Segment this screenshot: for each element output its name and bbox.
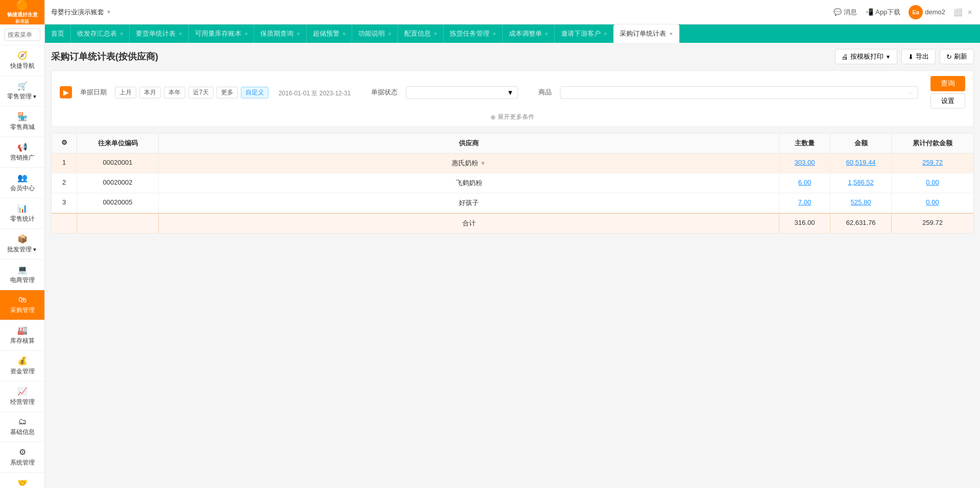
tab-warranty[interactable]: 保质期查询 × — [254, 24, 306, 43]
table-row[interactable]: 2 00020002 飞鹤奶粉 6.00 1,586.52 0.00 — [52, 173, 973, 193]
topbar: 母婴行业演示账套 ▼ 💬 消息 📲 App下载 Ea demo2 ⬜ × — [45, 0, 980, 24]
sidebar-item-purchase[interactable]: 🛍 采购管理 — [0, 290, 44, 320]
filter-collapse-btn[interactable]: ▶ — [60, 86, 72, 98]
sidebar-item-retail-shop[interactable]: 🏪 零售商城 — [0, 107, 44, 137]
export-button[interactable]: ⬇ 导出 — [901, 49, 936, 64]
sidebar-item-retail[interactable]: 🛒 零售管理 ▼ — [0, 76, 44, 107]
tab-order-stats[interactable]: 要货单统计表 × — [130, 24, 188, 43]
td-amount-2[interactable]: 1,586.52 — [830, 173, 892, 193]
date-this-year-btn[interactable]: 本年 — [164, 87, 185, 98]
message-icon: 💬 — [834, 8, 842, 16]
td-amount-3[interactable]: 525.80 — [830, 193, 892, 213]
basic-icon: 🗂 — [18, 417, 27, 426]
td-amount-1[interactable]: 60,519.44 — [830, 153, 892, 173]
tab-cost-adjust[interactable]: 成本调整单 × — [503, 24, 555, 43]
tab-receive-send-close[interactable]: × — [120, 31, 123, 37]
tab-invite-downstream-close[interactable]: × — [604, 31, 607, 37]
td-quantity-1[interactable]: 303.00 — [779, 153, 830, 173]
sidebar-item-ecom[interactable]: 💻 电商管理 — [0, 260, 44, 290]
status-select[interactable]: ▼ — [406, 86, 518, 99]
query-settings-group: 查询 设置 — [930, 76, 965, 109]
filter-row-1: ▶ 单据日期 上月 本月 本年 近7天 更多 自定义 2016-01-01 至 … — [60, 76, 965, 109]
sidebar-item-member[interactable]: 👥 会员中心 — [0, 168, 44, 198]
tab-available-stock[interactable]: 可用量库存账本 × — [189, 24, 254, 43]
tab-purchase-stats-close[interactable]: × — [669, 31, 672, 37]
tab-purchase-stats[interactable]: 采购订单统计表 × — [614, 24, 679, 43]
tab-order-stats-close[interactable]: × — [179, 31, 182, 37]
sidebar-item-inventory[interactable]: 🏭 库存核算 — [0, 320, 44, 351]
tab-config-info[interactable]: 配置信息 × — [398, 24, 444, 43]
messages-button[interactable]: 💬 消息 — [834, 8, 857, 17]
date-custom-badge[interactable]: 自定义 — [241, 87, 268, 98]
purchase-icon: 🛍 — [18, 295, 27, 304]
td-paid-2[interactable]: 0.00 — [892, 173, 973, 193]
print-dropdown-icon: ▼ — [886, 54, 891, 60]
refresh-button[interactable]: ↻ 刷新 — [940, 49, 974, 64]
chevron-down-icon: ▼ — [32, 94, 37, 99]
table-row[interactable]: 1 00020001 惠氏奶粉 ▼ 303.00 60,519.44 259.7… — [52, 153, 973, 173]
app-download-button[interactable]: 📲 App下载 — [865, 8, 900, 17]
td-code-2: 00020002 — [77, 173, 159, 193]
expand-conditions-button[interactable]: ⊕ 展开更多条件 — [491, 113, 534, 121]
tab-func-desc[interactable]: 功能说明 × — [352, 24, 398, 43]
td-num-1: 1 — [52, 153, 77, 173]
search-input[interactable] — [4, 29, 40, 41]
sidebar-item-quick-nav[interactable]: 🧭 快捷导航 — [0, 45, 44, 76]
sidebar-retail-label: 零售管理 ▼ — [7, 92, 37, 101]
user-avatar-button[interactable]: Ea demo2 — [909, 5, 945, 19]
tab-invite-downstream[interactable]: 邀请下游客户 × — [555, 24, 614, 43]
sidebar-ops-label: 经营管理 — [10, 398, 35, 406]
refresh-label: 刷新 — [954, 52, 967, 61]
tab-available-stock-close[interactable]: × — [244, 31, 248, 37]
goods-input[interactable]: ··· — [560, 86, 918, 99]
tab-overstock-close[interactable]: × — [342, 31, 346, 37]
sidebar-item-corp[interactable]: 🤝 企业协同 — [0, 473, 44, 488]
export-label: 导出 — [916, 52, 929, 61]
tab-home[interactable]: 首页 — [45, 24, 71, 43]
workspace-selector[interactable]: 母婴行业演示账套 ▼ — [51, 8, 111, 17]
tab-pick-task[interactable]: 拣货任务管理 × — [444, 24, 502, 43]
sidebar-item-marketing[interactable]: 📢 营销推广 — [0, 137, 44, 168]
tab-pick-task-close[interactable]: × — [493, 31, 496, 37]
tab-overstock[interactable]: 超储预警 × — [307, 24, 352, 43]
sidebar-item-ops[interactable]: 📈 经营管理 — [0, 381, 44, 412]
date-last-month-btn[interactable]: 上月 — [115, 87, 136, 98]
td-quantity-3[interactable]: 7.00 — [779, 193, 830, 213]
settings-button[interactable]: 设置 — [930, 93, 965, 109]
print-button[interactable]: 🖨 按模板打印 ▼ — [835, 49, 897, 64]
tab-config-info-close[interactable]: × — [434, 31, 437, 37]
avatar-label: Ea — [913, 9, 919, 15]
td-paid-1[interactable]: 259.72 — [892, 153, 973, 173]
sidebar-item-system[interactable]: ⚙ 系统管理 — [0, 442, 44, 473]
export-icon: ⬇ — [908, 53, 914, 61]
query-button[interactable]: 查询 — [930, 76, 965, 91]
tab-receive-send[interactable]: 收发存汇总表 × — [71, 24, 130, 43]
td-code-3: 00020005 — [77, 193, 159, 213]
date-this-month-btn[interactable]: 本月 — [139, 87, 161, 98]
table-row[interactable]: 3 00020005 好孩子 7.00 525.80 0.00 — [52, 193, 973, 213]
sidebar-item-basic[interactable]: 🗂 基础信息 — [0, 412, 44, 442]
date-more-btn[interactable]: 更多 — [216, 87, 238, 98]
tab-cost-adjust-close[interactable]: × — [545, 31, 548, 37]
td-quantity-2[interactable]: 6.00 — [779, 173, 830, 193]
sidebar-retail-shop-label: 零售商城 — [10, 123, 35, 132]
tab-warranty-close[interactable]: × — [297, 31, 300, 37]
sidebar-item-finance[interactable]: 💰 资金管理 — [0, 351, 44, 381]
tab-order-stats-label: 要货单统计表 — [136, 29, 176, 38]
th-settings[interactable]: ⚙ — [52, 134, 77, 153]
sidebar: 🟠 畅捷通好生意 标准版 🧭 快捷导航 🛒 零售管理 ▼ 🏪 零售商城 📢 营销… — [0, 0, 45, 488]
sidebar-item-wholesale[interactable]: 📦 批发管理 ▼ — [0, 229, 44, 260]
tab-func-desc-close[interactable]: × — [388, 31, 391, 37]
sidebar-item-retail-stats[interactable]: 📊 零售统计 — [0, 198, 44, 229]
tab-available-stock-label: 可用量库存账本 — [195, 29, 241, 38]
avatar: Ea — [909, 5, 923, 19]
window-restore-button[interactable]: ⬜ — [953, 8, 962, 16]
page-actions: 🖨 按模板打印 ▼ ⬇ 导出 ↻ 刷新 — [835, 49, 974, 64]
th-quantity: 主数量 — [779, 134, 830, 153]
member-icon: 👥 — [17, 173, 28, 183]
date-7days-btn[interactable]: 近7天 — [188, 87, 213, 98]
td-paid-3[interactable]: 0.00 — [892, 193, 973, 213]
td-code-1: 00020001 — [77, 153, 159, 173]
window-close-button[interactable]: × — [966, 8, 974, 16]
tab-receive-send-label: 收发存汇总表 — [77, 29, 117, 38]
